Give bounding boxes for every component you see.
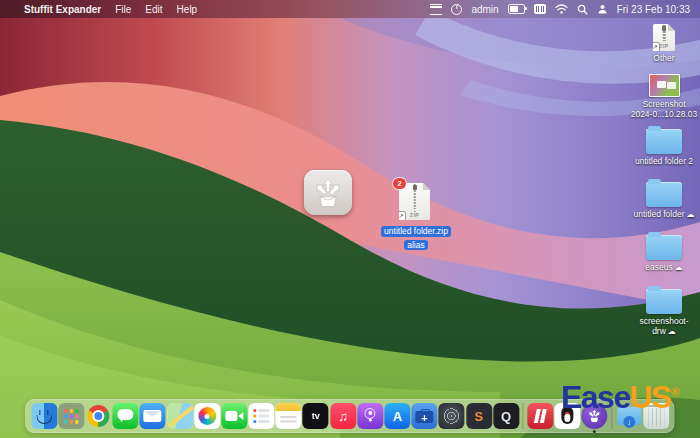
app-menu-title[interactable]: Stuffit Expander — [24, 4, 101, 15]
page-fold — [423, 183, 430, 190]
item-label: untitled folder☁ — [633, 210, 694, 220]
zip-file-icon: ZIP ↗ — [653, 24, 675, 51]
apple-tv-glyph: tv — [303, 403, 329, 429]
dock-item-disk-tool[interactable] — [439, 403, 465, 429]
icloud-icon: ☁ — [675, 263, 683, 272]
folder-icon — [646, 182, 682, 207]
menu-bar: Stuffit Expander File Edit Help admin Fr… — [0, 0, 700, 18]
selected-label-line2: alias — [404, 240, 427, 251]
item-label: Other — [653, 54, 674, 64]
dock-item-mail[interactable] — [140, 403, 166, 429]
watermark-ease: Ease — [561, 379, 630, 415]
desktop-item-easeus[interactable]: easeus☁ — [632, 235, 696, 273]
desktop[interactable]: { "menu_bar": { "apple_logo": "", "app_n… — [0, 0, 700, 438]
folder-icon — [646, 235, 682, 260]
dock-item-music[interactable]: ♫ — [330, 403, 356, 429]
dock-item-notes[interactable] — [276, 403, 302, 429]
dock-item-reminders[interactable] — [248, 403, 274, 429]
desktop-item-untitled-folder-2[interactable]: untitled folder 2 — [632, 129, 696, 167]
toolkit-plus-icon: + — [412, 406, 438, 429]
desktop-item-untitled-folder[interactable]: untitled folder☁ — [632, 182, 696, 220]
input-source-icon[interactable] — [534, 4, 546, 14]
dock-item-maps[interactable] — [167, 403, 193, 429]
dock-item-apple-tv[interactable]: tv — [303, 403, 329, 429]
icloud-icon: ☁ — [687, 210, 695, 219]
dock-item-facetime[interactable] — [221, 403, 247, 429]
dock-item-podcasts[interactable] — [357, 403, 383, 429]
dock-item-parallels[interactable] — [527, 403, 553, 429]
thumbnail-window — [657, 81, 666, 88]
folder-icon — [646, 289, 682, 314]
user-menu-label[interactable]: admin — [471, 4, 498, 15]
quicktime-glyph: Q — [493, 403, 519, 429]
stack-icon[interactable] — [430, 4, 442, 15]
alias-arrow-icon: ↗ — [650, 42, 660, 52]
desktop-item-screenshot[interactable]: Screenshot 2024-0...10.28.03 — [632, 74, 696, 119]
download-arrow-icon: ↓ — [623, 416, 635, 428]
watermark-registered: ® — [671, 385, 680, 399]
zipper-pull — [662, 26, 666, 31]
item-label-line2: drw☁ — [652, 327, 676, 337]
folder-icon — [646, 129, 682, 154]
wallpaper[interactable] — [0, 0, 700, 438]
stuffit-expander-app-icon[interactable] — [304, 170, 352, 215]
item-label-line2: 2024-0...10.28.03 — [631, 110, 698, 120]
zip-alias-label[interactable]: untitled folder.zip alias — [376, 223, 456, 250]
dock-item-finder[interactable] — [31, 403, 57, 429]
dock-item-quicktime[interactable]: Q — [493, 403, 519, 429]
dock-item-messages[interactable] — [113, 403, 139, 429]
menu-bar-clock[interactable]: Fri 23 Feb 10:33 — [617, 4, 690, 15]
menu-help[interactable]: Help — [177, 4, 198, 15]
desktop-item-zip-alias[interactable]: ZIP ↗ 2 — [399, 183, 430, 220]
menu-file[interactable]: File — [115, 4, 131, 15]
search-icon[interactable] — [577, 4, 588, 15]
menu-edit[interactable]: Edit — [145, 4, 162, 15]
user-switch-icon[interactable] — [597, 4, 608, 14]
dock-item-launchpad[interactable] — [58, 403, 84, 429]
wifi-icon[interactable] — [555, 4, 568, 14]
selected-label-line1: untitled folder.zip — [381, 226, 451, 237]
page-fold — [668, 24, 675, 31]
desktop-item-screenshoot-drw[interactable]: screenshoot- drw☁ — [632, 289, 696, 336]
dock-item-app-store[interactable]: A — [384, 403, 410, 429]
item-label: easeus☁ — [645, 263, 682, 273]
stuffit-arrows-icon — [309, 175, 347, 211]
icloud-icon: ☁ — [668, 327, 676, 336]
dock-separator — [523, 403, 524, 429]
watermark-us: US — [630, 379, 671, 415]
zipper-pull — [413, 185, 417, 190]
easeus-watermark: EaseUS® — [561, 377, 680, 412]
battery-icon[interactable] — [508, 4, 525, 14]
dock-item-sublime-text[interactable]: S — [466, 403, 492, 429]
music-note-icon: ♫ — [330, 403, 356, 429]
clock-icon[interactable] — [451, 4, 462, 15]
zip-file-icon: ZIP ↗ — [399, 183, 430, 220]
desktop-item-other[interactable]: ZIP ↗ Other — [632, 24, 696, 64]
dock-item-toolkit[interactable]: + — [412, 403, 438, 429]
item-label: untitled folder 2 — [635, 157, 693, 167]
screenshot-thumbnail-icon — [649, 74, 680, 97]
notification-badge: 2 — [393, 178, 406, 189]
dock-item-photos[interactable] — [194, 403, 220, 429]
sublime-glyph: S — [466, 403, 492, 429]
dock-item-chrome[interactable] — [85, 403, 111, 429]
app-store-glyph: A — [384, 403, 410, 429]
